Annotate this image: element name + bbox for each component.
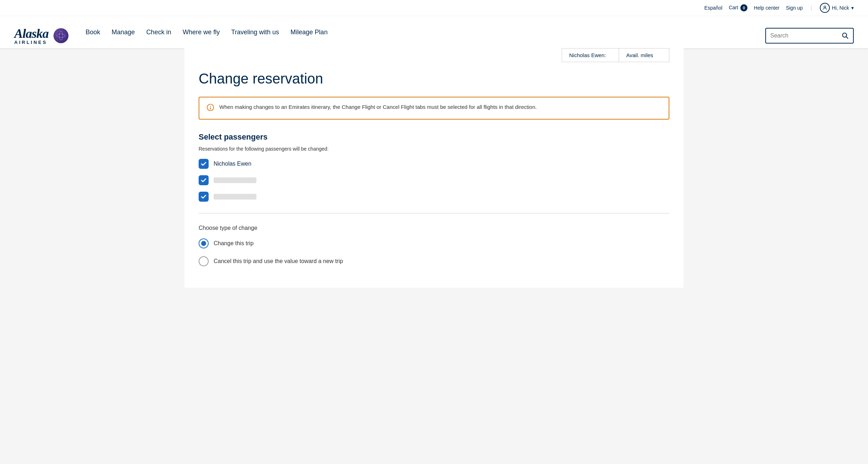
passenger-item: Nicholas Ewen xyxy=(199,159,669,169)
passenger-list: Nicholas Ewen xyxy=(199,159,669,202)
passenger-1-name: Nicholas Ewen xyxy=(214,161,251,167)
top-bar-divider: | xyxy=(811,5,812,11)
svg-point-0 xyxy=(824,6,826,8)
logo-airlines: AIRLINES xyxy=(14,40,48,45)
passenger-item xyxy=(199,175,669,185)
mileage-row: Nicholas Ewen: Avail. miles xyxy=(199,48,669,62)
radio-list: Change this trip Cancel this trip and us… xyxy=(199,238,669,266)
passenger-2-checkbox[interactable] xyxy=(199,175,209,185)
main-nav: Book Manage Check in Where we fly Travel… xyxy=(86,29,328,36)
cart-count-badge: 0 xyxy=(740,4,747,11)
user-menu[interactable]: Hi, Nick ▾ xyxy=(820,3,854,13)
page-wrapper: Español Cart 0 Help center Sign up | Hi,… xyxy=(0,0,868,464)
nav-checkin[interactable]: Check in xyxy=(146,29,171,36)
svg-line-5 xyxy=(846,37,848,39)
passenger-1-checkbox[interactable] xyxy=(199,159,209,169)
passenger-item xyxy=(199,192,669,202)
user-chevron-icon: ▾ xyxy=(851,5,854,11)
cancel-trip-radio[interactable] xyxy=(199,256,209,266)
mileage-fields: Nicholas Ewen: Avail. miles xyxy=(562,48,669,62)
change-type-title: Choose type of change xyxy=(199,225,669,231)
user-name: Hi, Nick xyxy=(832,5,849,11)
passengers-subtitle: Reservations for the following passenger… xyxy=(199,146,669,152)
nav-where-fly[interactable]: Where we fly xyxy=(183,29,220,36)
section-divider xyxy=(199,213,669,213)
nav-traveling[interactable]: Traveling with us xyxy=(231,29,279,36)
search-box xyxy=(765,28,854,44)
change-trip-radio-inner xyxy=(201,241,206,246)
nav-book[interactable]: Book xyxy=(86,29,100,36)
user-icon xyxy=(820,3,830,13)
passenger-3-checkbox[interactable] xyxy=(199,192,209,202)
top-bar: Español Cart 0 Help center Sign up | Hi,… xyxy=(0,0,868,16)
cancel-trip-option[interactable]: Cancel this trip and use the value towar… xyxy=(199,256,669,266)
help-link[interactable]: Help center xyxy=(754,5,780,11)
change-trip-radio[interactable] xyxy=(199,238,209,248)
svg-point-1 xyxy=(57,31,65,40)
passenger-2-name-redacted xyxy=(214,177,256,183)
passenger-3-name-redacted xyxy=(214,194,256,200)
cancel-trip-label: Cancel this trip and use the value towar… xyxy=(214,258,343,264)
svg-point-8 xyxy=(210,109,211,109)
warning-text: When making changes to an Emirates itine… xyxy=(219,103,537,111)
warning-icon xyxy=(206,104,214,113)
change-trip-label: Change this trip xyxy=(214,240,254,247)
espanol-link[interactable]: Español xyxy=(704,5,723,11)
warning-box: When making changes to an Emirates itine… xyxy=(199,97,669,120)
logo[interactable]: Alaska AIRLINES xyxy=(14,27,68,45)
logo-alaska: Alaska xyxy=(14,27,48,40)
oneworld-logo xyxy=(53,28,68,43)
mileage-name-field: Nicholas Ewen: xyxy=(562,49,619,62)
mileage-miles-field: Avail. miles xyxy=(619,49,669,62)
nav-right xyxy=(765,21,854,44)
main-content: Nicholas Ewen: Avail. miles Change reser… xyxy=(184,48,684,288)
logo-text: Alaska AIRLINES xyxy=(14,27,48,45)
nav-bar: Alaska AIRLINES Book Manage Check in Whe… xyxy=(0,16,868,48)
svg-point-4 xyxy=(843,33,847,37)
nav-manage[interactable]: Manage xyxy=(112,29,135,36)
page-title: Change reservation xyxy=(199,71,669,87)
signup-link[interactable]: Sign up xyxy=(786,5,803,11)
select-passengers-title: Select passengers xyxy=(199,132,669,142)
change-trip-option[interactable]: Change this trip xyxy=(199,238,669,248)
header: Español Cart 0 Help center Sign up | Hi,… xyxy=(0,0,868,48)
cart-link[interactable]: Cart 0 xyxy=(729,4,747,11)
search-input[interactable] xyxy=(766,32,837,39)
search-button[interactable] xyxy=(837,32,853,39)
nav-mileage[interactable]: Mileage Plan xyxy=(291,29,328,36)
